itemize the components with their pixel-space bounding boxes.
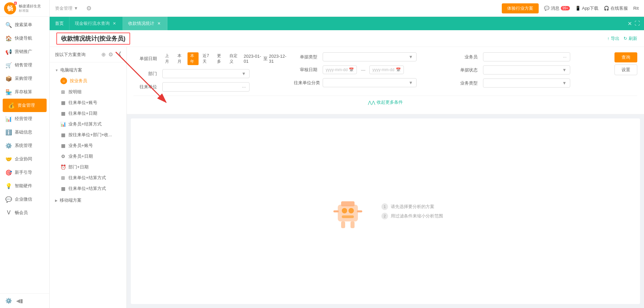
sidebar: 畅 6 畅捷通好生意 标准版 🔍 搜索菜单 🏠 快捷导航 📢 营销推广 � — [0, 0, 50, 308]
type-select[interactable]: ▼ — [323, 52, 417, 61]
tree-item-dept-date[interactable]: ⏰ 部门+日期 — [50, 162, 126, 172]
scheme-add-icon[interactable]: ⊕ — [101, 51, 106, 58]
tree-item-partner-dept[interactable]: ▦ 按往来单位+部门+收... — [50, 130, 126, 140]
purchase-icon: 📦 — [5, 75, 12, 82]
audit-date-to-input[interactable]: yyyy-mm-dd 📅 — [369, 65, 404, 74]
dept-select[interactable]: ▼ — [162, 69, 250, 78]
sidebar-item-system[interactable]: ⚙️ 系统管理 — [0, 139, 49, 152]
tree-item-by-salesman[interactable]: ☺ 按业务员 — [50, 75, 126, 87]
manage-icon: 📊 — [5, 115, 12, 122]
tab-collection-stats[interactable]: 收款情况统计 ✕ — [123, 17, 167, 30]
app-download-btn[interactable]: 📱 App下载 — [575, 5, 598, 11]
tab-close-all-icon[interactable]: ✕ — [628, 20, 632, 27]
headset-icon: 🎧 — [604, 6, 609, 11]
scheme-tree: ▼ 电脑端方案 ☺ 按业务员 ⊞ 按明细 — [50, 62, 126, 209]
refresh-icon: ↻ — [624, 36, 627, 41]
system-icon: ⚙️ — [5, 142, 12, 149]
salesman-select[interactable]: ··· — [483, 52, 570, 61]
sidebar-item-collab[interactable]: 🤝 企业协同 — [0, 152, 49, 166]
message-badge: 99+ — [561, 6, 570, 10]
scheme-collapse-icon[interactable]: 《 — [116, 51, 121, 58]
tree-item-detail[interactable]: ⊞ 按明细 — [50, 87, 126, 97]
audit-date-from-input[interactable]: yyyy-mm-dd 📅 — [323, 65, 357, 74]
sidebar-item-manage[interactable]: 📊 经营管理 — [0, 112, 49, 125]
calendar-icon: 📅 — [349, 67, 354, 72]
filter-row-biz-type: 业务类型 ▼ — [454, 79, 608, 88]
svg-rect-8 — [351, 221, 355, 228]
sidebar-item-quicknav[interactable]: 🏠 快捷导航 — [0, 32, 49, 45]
sidebar-item-inventory[interactable]: 🏪 库存核算 — [0, 85, 49, 99]
scheme-gear-icon[interactable]: ⚙ — [108, 51, 113, 58]
online-service-btn[interactable]: 🎧 在线客服 — [604, 5, 628, 11]
money-icon: 💰 — [8, 102, 15, 109]
topbar-gear[interactable]: ⚙ — [86, 5, 92, 12]
user-name[interactable]: Rit — [633, 6, 639, 11]
message-btn[interactable]: 💬 消息 99+ — [544, 5, 570, 11]
date-tabs: 上月 本月 本年 近7天 更多 自定义 — [162, 52, 241, 65]
tab-maximize-icon[interactable]: ⛶ — [635, 20, 640, 27]
wechat-icon: 💬 — [5, 196, 12, 203]
doc-status-select[interactable]: ▼ — [483, 65, 570, 74]
tree-item-salesman-settle[interactable]: 📊 业务员+结算方式 — [50, 119, 126, 130]
sidebar-item-finance[interactable]: 💰 资金管理 — [3, 99, 47, 112]
salesman-more-icon[interactable]: ··· — [563, 54, 567, 59]
partner-category-control: ▼ — [323, 78, 447, 87]
tree-item-partner-date[interactable]: ▦ 往来单位+日期 — [50, 108, 126, 119]
salesman-settle-icon: 📊 — [60, 121, 66, 127]
settings-footer-icon[interactable]: ⚙️ — [5, 298, 12, 304]
sidebar-item-search[interactable]: 🔍 搜索菜单 — [0, 18, 49, 32]
partner-dept-icon: ▦ — [60, 132, 66, 138]
sidebar-item-member[interactable]: V 畅会员 — [0, 206, 49, 219]
date-tab-this-month[interactable]: 本月 — [175, 52, 186, 65]
salesman-filter-control: ··· — [483, 52, 608, 61]
collapse-footer-icon[interactable]: ◀▮ — [16, 298, 23, 304]
tab-bank-flow[interactable]: 现金银行流水查询 ✕ — [69, 17, 123, 30]
tab-close-bank[interactable]: ✕ — [112, 21, 117, 26]
tree-item-partner-settle1[interactable]: ⊞ 往来单位+结算方式 — [50, 172, 126, 183]
partner-filter-control: ··· — [162, 82, 287, 92]
sidebar-item-hardware[interactable]: 💡 智能硬件 — [0, 179, 49, 193]
query-button[interactable]: 查询 — [614, 52, 637, 62]
svg-rect-0 — [338, 205, 358, 221]
settings-button[interactable]: 设置 — [614, 64, 637, 75]
sidebar-item-purchase[interactable]: 📦 采购管理 — [0, 72, 49, 85]
partner-more-icon[interactable]: ··· — [242, 84, 246, 90]
sidebar-item-marketing[interactable]: 📢 营销推广 — [0, 45, 49, 58]
partner-date-icon: ▦ — [60, 111, 66, 116]
tree-group-mobile-header[interactable]: ▶ 移动端方案 — [50, 195, 126, 205]
dept-filter-control: ▼ — [162, 69, 287, 78]
right-panel: 单据日期 上月 本月 本年 近7天 更多 自定义 — [127, 47, 644, 308]
collapse-icon: ⋀⋀ — [368, 100, 375, 105]
svg-rect-1 — [341, 201, 355, 206]
date-tab-this-year[interactable]: 本年 — [187, 52, 199, 65]
biz-type-select[interactable]: ▼ — [483, 79, 570, 88]
filter-row-doc-status: 单据状态 ▼ — [454, 65, 608, 74]
tab-close-collection[interactable]: ✕ — [156, 21, 162, 26]
dropdown-arrow-icon[interactable]: ▼ — [74, 6, 78, 11]
detail-icon: ⊞ — [60, 89, 66, 95]
tree-item-salesman-account[interactable]: ▦ 业务员+账号 — [50, 140, 126, 151]
filter-area: 单据日期 上月 本月 本年 近7天 更多 自定义 — [127, 47, 644, 114]
logo-icon: 畅 6 — [4, 2, 16, 14]
megaphone-icon: 📢 — [5, 48, 12, 55]
solution-btn[interactable]: 体验行业方案 — [502, 3, 539, 13]
sidebar-item-wechat[interactable]: 💬 企业微信 — [0, 193, 49, 206]
sidebar-item-guide[interactable]: 🎯 新手引导 — [0, 166, 49, 179]
date-tab-last-month[interactable]: 上月 — [162, 52, 173, 65]
tree-item-salesman-date[interactable]: ⚙ 业务员+日期 — [50, 151, 126, 162]
date-tab-more[interactable]: 更多 — [214, 52, 225, 65]
tree-item-partner-settle2[interactable]: ▦ 往来单位+结算方式 — [50, 183, 126, 194]
partner-category-select[interactable]: ▼ — [323, 78, 417, 87]
svg-point-2 — [342, 208, 347, 213]
date-tab-custom[interactable]: 自定义 — [227, 52, 241, 65]
tree-group-desktop-header[interactable]: ▼ 电脑端方案 — [50, 65, 126, 75]
date-tab-7days[interactable]: 近7天 — [200, 52, 213, 65]
sidebar-item-info[interactable]: ℹ️ 基础信息 — [0, 125, 49, 139]
refresh-btn[interactable]: ↻ 刷新 — [624, 36, 637, 42]
collapse-conditions-btn[interactable]: ⋀⋀ 收起更多条件 — [133, 96, 637, 109]
sidebar-item-sales[interactable]: 🛒 销售管理 — [0, 58, 49, 72]
tree-item-partner-account[interactable]: ▦ 往来单位+账号 — [50, 97, 126, 108]
partner-select[interactable]: ··· — [162, 82, 250, 92]
tab-home[interactable]: 首页 — [50, 17, 69, 30]
export-btn[interactable]: ↑ 导出 — [607, 36, 620, 42]
